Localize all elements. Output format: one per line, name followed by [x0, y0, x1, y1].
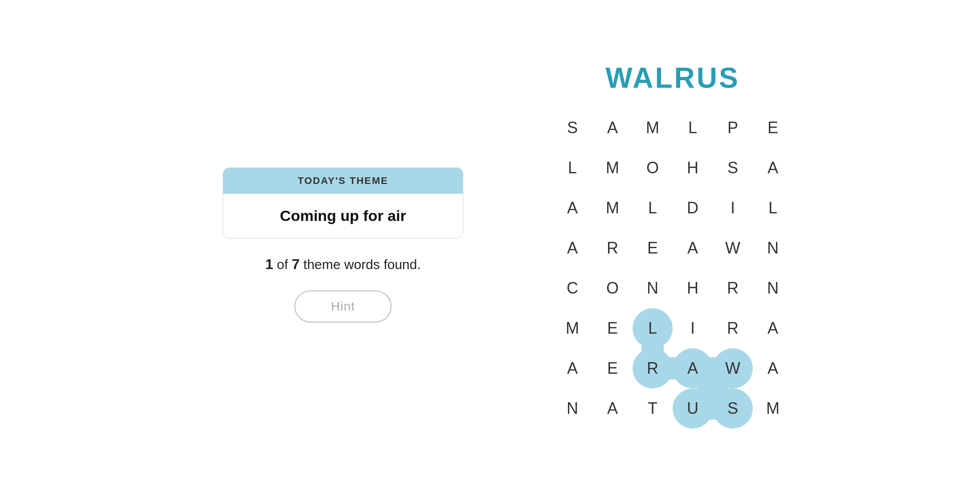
grid-cell[interactable]: N [753, 228, 793, 268]
grid-cell[interactable]: A [592, 388, 633, 429]
game-title: WALRUS [605, 61, 739, 94]
hint-button[interactable]: Hint [294, 290, 392, 323]
grid-cell[interactable]: I [713, 188, 753, 228]
grid-cell[interactable]: L [753, 188, 793, 228]
total-count: 7 [292, 256, 300, 272]
right-panel: WALRUS SAMLPELMOHSAAMLDILAREAWNCONHRNMEL… [552, 61, 793, 429]
grid-cell[interactable]: R [592, 228, 633, 268]
grid-cell[interactable]: E [592, 348, 633, 388]
grid-cell[interactable]: N [753, 268, 793, 308]
grid-cell[interactable]: E [592, 308, 633, 348]
theme-card: TODAY'S THEME Coming up for air [223, 167, 463, 238]
left-panel: TODAY'S THEME Coming up for air 1 of 7 t… [187, 167, 499, 323]
grid-cell[interactable]: L [633, 188, 673, 228]
grid-cell[interactable]: A [673, 348, 713, 388]
grid-cell[interactable]: W [713, 348, 753, 388]
grid-cell[interactable]: M [753, 388, 793, 429]
grid-cell[interactable]: S [552, 108, 592, 148]
grid-cell[interactable]: O [592, 268, 633, 308]
grid-cell[interactable]: L [552, 148, 592, 188]
progress-text: 1 of 7 theme words found. [265, 256, 421, 273]
grid-cell[interactable]: H [673, 148, 713, 188]
grid-cell[interactable]: S [713, 148, 753, 188]
grid-cell[interactable]: S [713, 388, 753, 429]
theme-card-body: Coming up for air [223, 194, 463, 238]
grid-cell[interactable]: R [713, 268, 753, 308]
grid-cell[interactable]: H [673, 268, 713, 308]
grid-cell[interactable]: A [552, 348, 592, 388]
grid-cell[interactable]: E [753, 108, 793, 148]
found-count: 1 [265, 256, 273, 272]
grid-cell[interactable]: E [633, 228, 673, 268]
grid-cell[interactable]: D [673, 188, 713, 228]
grid-cell[interactable]: A [753, 148, 793, 188]
grid-cell[interactable]: A [753, 348, 793, 388]
word-grid[interactable]: SAMLPELMOHSAAMLDILAREAWNCONHRNMELIRAAERA… [552, 108, 793, 429]
grid-cell[interactable]: M [552, 308, 592, 348]
grid-cell[interactable]: L [673, 108, 713, 148]
grid-cell[interactable]: A [753, 308, 793, 348]
grid-cell[interactable]: C [552, 268, 592, 308]
grid-cell[interactable]: R [713, 308, 753, 348]
grid-cell[interactable]: U [673, 388, 713, 429]
grid-cell[interactable]: A [673, 228, 713, 268]
grid-cell[interactable]: A [552, 188, 592, 228]
grid-cell[interactable]: L [633, 308, 673, 348]
grid-cell[interactable]: P [713, 108, 753, 148]
theme-card-header: TODAY'S THEME [223, 168, 463, 194]
grid-cell[interactable]: M [592, 148, 633, 188]
grid-cell[interactable]: R [633, 348, 673, 388]
grid-cell[interactable]: T [633, 388, 673, 429]
grid-cell[interactable]: I [673, 308, 713, 348]
grid-cell[interactable]: M [633, 108, 673, 148]
grid-cell[interactable]: A [592, 108, 633, 148]
grid-cell[interactable]: W [713, 228, 753, 268]
main-container: TODAY'S THEME Coming up for air 1 of 7 t… [0, 0, 980, 490]
grid-cell[interactable]: N [552, 388, 592, 429]
grid-cell[interactable]: A [552, 228, 592, 268]
grid-cell[interactable]: N [633, 268, 673, 308]
grid-cell[interactable]: M [592, 188, 633, 228]
grid-cell[interactable]: O [633, 148, 673, 188]
